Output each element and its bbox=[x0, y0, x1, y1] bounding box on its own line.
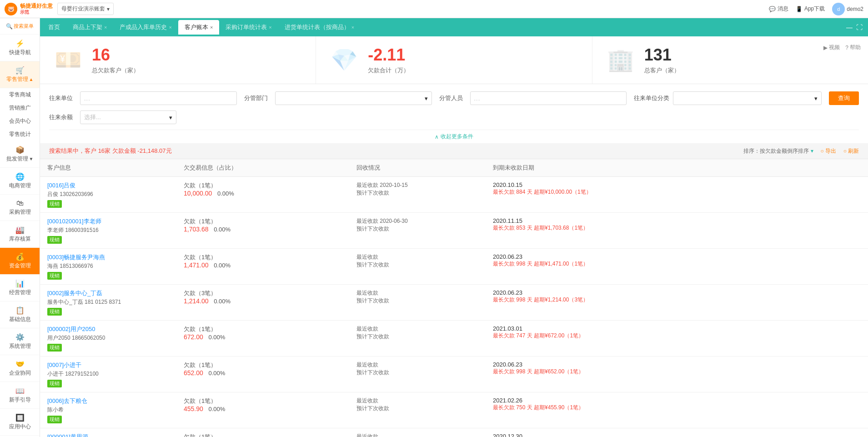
due-date: 2021.02.26 bbox=[493, 397, 861, 404]
tab-close-products-offline[interactable]: × bbox=[104, 25, 107, 30]
sidebar-item-member-center[interactable]: 会员中心 bbox=[0, 115, 40, 128]
card-label-total: 总客户（家） bbox=[644, 66, 680, 75]
filter-item-person: 分管人员 ... bbox=[439, 91, 627, 105]
cell-collection: 最近收款 预计下次收款 bbox=[349, 392, 486, 428]
overdue-amount-link[interactable]: 超期¥1,471.00（1笔） bbox=[534, 261, 588, 267]
filter-input-unit[interactable]: ... bbox=[80, 91, 237, 105]
customer-phone: 吕俊 13026203696 bbox=[47, 191, 169, 198]
customer-name-link[interactable]: [0002]服务中心_丁磊 bbox=[47, 289, 169, 297]
tab-close-purchase-order[interactable]: × bbox=[269, 25, 271, 30]
sidebar-item-marketing[interactable]: 营销推广 bbox=[0, 101, 40, 115]
sidebar-item-system[interactable]: ⚙️ 系统管理 bbox=[0, 328, 40, 355]
debt-label: 欠款（1笔） bbox=[184, 397, 342, 405]
overdue-amount-link[interactable]: 超期¥672.00（1笔） bbox=[534, 332, 584, 339]
refresh-button[interactable]: ○ 刷新 bbox=[843, 147, 859, 155]
result-summary: 搜索结果中，客户 16家 欠款金额 -21,148.07元 bbox=[49, 147, 172, 155]
tab-home[interactable]: 首页 bbox=[42, 20, 66, 35]
sidebar-item-quick-nav[interactable]: ⚡ 快捷导航 bbox=[0, 35, 40, 61]
tab-purchase-order[interactable]: 采购订单统计表 × bbox=[219, 20, 278, 35]
sidebar-item-purchase[interactable]: 🛍 采购管理 bbox=[0, 195, 40, 221]
tab-products-offline[interactable]: 商品上下架 × bbox=[66, 20, 113, 35]
cell-debt-info: 欠款（1笔） 1,703.68 0.00% bbox=[176, 213, 349, 249]
card-value-debt: -2.11 bbox=[368, 45, 409, 65]
cell-collection: 最近收款 预计下次收款 bbox=[349, 249, 486, 285]
export-button[interactable]: ○ 导出 bbox=[821, 147, 836, 155]
sort-label[interactable]: 排序：按欠款金额倒序排序 ▾ bbox=[743, 147, 813, 155]
due-date: 2020.06.23 bbox=[493, 361, 861, 368]
debt-amount[interactable]: 1,703.68 bbox=[184, 226, 209, 233]
table-header: 客户信息 欠交易信息（占比） 回收情况 到期未收款日期 bbox=[40, 159, 868, 177]
card-value-customers: 16 bbox=[92, 45, 139, 65]
sidebar-item-ecommerce[interactable]: 🌐 电商管理 bbox=[0, 168, 40, 195]
video-button[interactable]: ▶ 视频 bbox=[823, 44, 840, 51]
customer-name-link[interactable]: [000001]黄思源 bbox=[47, 433, 169, 437]
filter-input-person[interactable]: ... bbox=[470, 91, 627, 105]
debt-amount[interactable]: 10,000.00 bbox=[184, 190, 212, 197]
store-selector[interactable]: 母婴行业演示账套 ▾ bbox=[57, 3, 114, 15]
debt-amount[interactable]: 652.00 bbox=[184, 369, 203, 377]
debt-percent: 0.00% bbox=[214, 298, 231, 305]
last-collection: 最近收款 bbox=[356, 361, 478, 369]
minimize-button[interactable]: — bbox=[846, 24, 853, 31]
tab-inbound-stat[interactable]: 进货单统计表（按商品） × bbox=[278, 20, 361, 35]
tab-production-history[interactable]: 产成品入库单历史 × bbox=[113, 20, 178, 35]
customer-name-link[interactable]: [0003]畅捷服务尹海燕 bbox=[47, 253, 169, 261]
collapse-filter-button[interactable]: ∧ 收起更多条件 bbox=[49, 130, 859, 143]
maximize-button[interactable]: ⛶ bbox=[856, 24, 863, 31]
customer-name-link[interactable]: [0007]小进干 bbox=[47, 361, 169, 369]
debt-amount[interactable]: 1,471.00 bbox=[184, 261, 209, 269]
sidebar-item-retail-store[interactable]: 零售商城 bbox=[0, 88, 40, 101]
sidebar-item-inventory[interactable]: 🏭 库存核算 bbox=[0, 221, 40, 248]
next-collection: 预计下次收款 bbox=[356, 405, 478, 412]
filter-select-category[interactable]: ▾ bbox=[673, 91, 822, 105]
overdue-info: 最长欠款 747 天 超期¥672.00（1笔） bbox=[493, 332, 861, 340]
sidebar-item-enterprise-collab[interactable]: 🤝 企业协同 bbox=[0, 355, 40, 382]
debt-amount[interactable]: 1,214.00 bbox=[184, 297, 209, 305]
filter-item-unit: 往来单位 ... bbox=[49, 91, 237, 105]
customer-name-link[interactable]: [0006]去下粮仓 bbox=[47, 397, 169, 405]
customer-name-link[interactable]: [000002]用户2050 bbox=[47, 325, 169, 333]
overdue-amount-link[interactable]: 超期¥1,214.00（3笔） bbox=[534, 296, 588, 303]
customer-name-link[interactable]: [0016]吕俊 bbox=[47, 181, 169, 190]
search-button[interactable]: 查询 bbox=[829, 91, 859, 105]
overdue-amount-link[interactable]: 超期¥1,703.68（1笔） bbox=[534, 225, 588, 231]
cell-due-date: 2020.06.23 最长欠款 998 天 超期¥652.00（1笔） bbox=[486, 357, 868, 392]
overdue-amount-link[interactable]: 超期¥652.00（1笔） bbox=[534, 368, 584, 375]
overdue-amount-link[interactable]: 超期¥10,000.00（1笔） bbox=[534, 189, 592, 195]
debt-label: 欠款（3笔） bbox=[184, 289, 342, 297]
sidebar-item-app-center[interactable]: 🔲 应用中心 bbox=[0, 409, 40, 436]
cell-debt-info: 欠款（1笔） 652.00 0.00% bbox=[176, 357, 349, 392]
table-row: [0016]吕俊 吕俊 13026203696 现销 欠款（1笔） 10,000… bbox=[40, 177, 868, 213]
app-download-button[interactable]: 📱 App下载 bbox=[796, 5, 825, 13]
debt-amount[interactable]: 455.90 bbox=[184, 405, 203, 412]
tab-close-customer-account[interactable]: × bbox=[210, 25, 213, 30]
tab-close-production-history[interactable]: × bbox=[169, 25, 171, 30]
filter-select-dept[interactable]: ▾ bbox=[275, 91, 432, 105]
message-button[interactable]: 💬 消息 bbox=[769, 5, 788, 13]
sidebar-item-new-guide[interactable]: 📖 新手引导 bbox=[0, 382, 40, 409]
sidebar-item-retail-mgmt[interactable]: 🛒 零售管理 ▲ bbox=[0, 61, 40, 88]
cell-debt-info: 欠款（1笔） 429.00 0.00% bbox=[176, 428, 349, 437]
cell-due-date: 2020.06.23 最长欠款 998 天 超期¥1,471.00（1笔） bbox=[486, 249, 868, 285]
cell-customer-info: [0003]畅捷服务尹海燕 海燕 18513066976 现销 bbox=[40, 249, 176, 285]
result-bar: 搜索结果中，客户 16家 欠款金额 -21,148.07元 排序：按欠款金额倒序… bbox=[40, 143, 868, 159]
sidebar-item-basic-info[interactable]: 📋 基础信息 bbox=[0, 301, 40, 328]
user-avatar-area[interactable]: d demo2 bbox=[832, 3, 863, 15]
overdue-amount-link[interactable]: 超期¥455.90（1笔） bbox=[534, 404, 584, 411]
sidebar-item-retail-stats[interactable]: 零售统计 bbox=[0, 128, 40, 141]
filter-label-unit: 往来单位 bbox=[49, 94, 76, 102]
debt-percent: 0.00% bbox=[214, 262, 231, 269]
card-content-debt: -2.11 欠款合计（万） bbox=[368, 45, 409, 75]
customer-phone: 小进干 18279152100 bbox=[47, 370, 169, 378]
sidebar-search[interactable]: 🔍 搜索菜单 bbox=[0, 18, 40, 35]
sidebar-item-batch-mgmt[interactable]: 📦 批发管理 ▼ bbox=[0, 141, 40, 168]
sidebar-item-operations[interactable]: 📊 经营管理 bbox=[0, 275, 40, 301]
filter-select-balance[interactable]: 选择... ▾ bbox=[80, 111, 176, 124]
tab-close-inbound-stat[interactable]: × bbox=[351, 25, 354, 30]
debt-label: 欠款（1笔） bbox=[184, 181, 342, 190]
sidebar-item-finance[interactable]: 💰 资金管理 bbox=[0, 248, 40, 275]
debt-amount[interactable]: 672.00 bbox=[184, 333, 203, 341]
customer-name-link[interactable]: [0001020001]李老师 bbox=[47, 217, 169, 226]
help-button[interactable]: ? 帮助 bbox=[845, 44, 861, 51]
tab-customer-account[interactable]: 客户账本 × bbox=[178, 20, 219, 35]
